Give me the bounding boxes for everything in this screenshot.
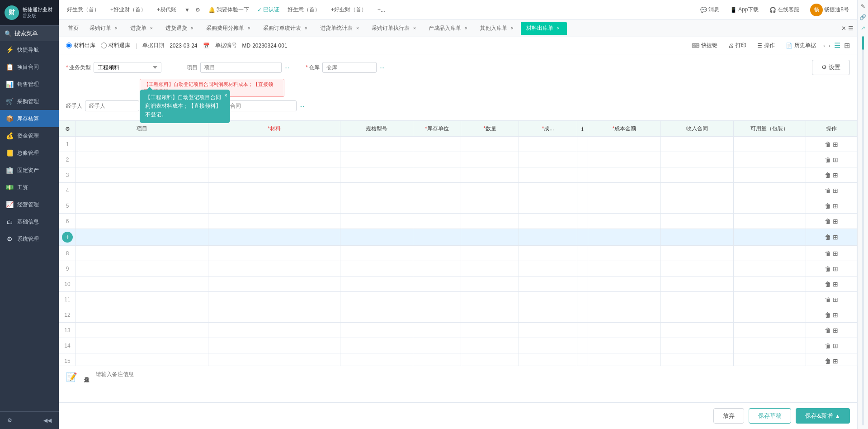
row-7-material-input[interactable] xyxy=(211,234,338,241)
row-5-qty[interactable] xyxy=(461,198,519,214)
tab-purchase-expense-close[interactable]: × xyxy=(246,25,252,32)
tab-purchase-order-close[interactable]: × xyxy=(113,25,119,32)
row-12-cost-amt[interactable] xyxy=(588,307,660,323)
row-1-unit[interactable] xyxy=(413,137,461,152)
sidebar-item-management[interactable]: 📈 经营管理 xyxy=(0,196,59,213)
topbar-settings-icon[interactable]: ⚙ xyxy=(195,7,200,13)
row-7-project-input[interactable] xyxy=(79,234,205,241)
notes-input[interactable] xyxy=(96,371,850,398)
row-3-qty[interactable] xyxy=(461,167,519,183)
tab-goods-stats-close[interactable]: × xyxy=(354,25,361,32)
radio-material-return[interactable]: 材料退库 xyxy=(101,42,130,49)
row-1-delete-btn[interactable]: 🗑 xyxy=(825,141,831,148)
radio-material-return-input[interactable] xyxy=(101,43,107,48)
topbar-nav-1[interactable]: 好生意（首） xyxy=(64,4,102,15)
row-4-project[interactable] xyxy=(76,183,208,198)
sidebar-settings-btn[interactable]: ⚙ xyxy=(4,415,16,425)
row-2-material[interactable] xyxy=(208,152,340,167)
sidebar-collapse-btn[interactable]: ◀◀ xyxy=(40,415,55,425)
row-7-cost-amt[interactable] xyxy=(588,229,660,246)
sidebar-item-inventory[interactable]: 📦 库存核算 xyxy=(0,110,59,127)
row-11-material[interactable] xyxy=(208,292,340,307)
row-1-spec[interactable] xyxy=(340,137,413,152)
row-12-cost[interactable] xyxy=(519,307,577,323)
row-13-avail[interactable] xyxy=(733,323,806,338)
agent-input[interactable] xyxy=(85,100,139,111)
tab-purchase-stats-close[interactable]: × xyxy=(303,25,309,32)
row-12-material[interactable] xyxy=(208,307,340,323)
sidebar-item-nav[interactable]: ⚡ 快捷导航 xyxy=(0,41,59,58)
row-11-contract[interactable] xyxy=(660,292,733,307)
topbar-app-download[interactable]: 📱 App下载 xyxy=(727,4,761,15)
add-row-cell[interactable]: + xyxy=(59,229,76,246)
row-6-cost-amt[interactable] xyxy=(588,214,660,229)
row-1-project[interactable] xyxy=(76,137,208,152)
row-13-cost[interactable] xyxy=(519,323,577,338)
row-1-contract[interactable] xyxy=(660,137,733,152)
row-15-unit[interactable] xyxy=(413,353,461,366)
row-3-unit[interactable] xyxy=(413,167,461,183)
sidebar-item-basic[interactable]: 🗂 基础信息 xyxy=(0,213,59,230)
row-12-unit[interactable] xyxy=(413,307,461,323)
row-3-delete-btn[interactable]: 🗑 xyxy=(825,172,831,179)
row-9-unit[interactable] xyxy=(413,261,461,276)
row-12-spec[interactable] xyxy=(340,307,413,323)
history-btn[interactable]: 📄 历史单据 xyxy=(782,40,820,51)
row-3-spec[interactable] xyxy=(340,167,413,183)
row-10-contract[interactable] xyxy=(660,276,733,292)
save-draft-btn[interactable]: 保存草稿 xyxy=(749,408,791,424)
row-1-material[interactable] xyxy=(208,137,340,152)
row-15-spec[interactable] xyxy=(340,353,413,366)
row-11-cost[interactable] xyxy=(519,292,577,307)
row-14-contract[interactable] xyxy=(660,338,733,353)
row-13-delete-btn[interactable]: 🗑 xyxy=(825,327,831,334)
tab-goods-receipt[interactable]: 进货单 × xyxy=(125,22,160,35)
sidebar-item-ledger[interactable]: 📒 总账管理 xyxy=(0,144,59,162)
tab-home[interactable]: 首页 xyxy=(62,22,84,35)
row-11-delete-btn[interactable]: 🗑 xyxy=(825,296,831,303)
sidebar-item-project[interactable]: 📋 项目合同 xyxy=(0,58,59,76)
tab-close-all-btn[interactable]: ✕ xyxy=(841,25,846,32)
row-9-copy-btn[interactable]: ⊞ xyxy=(833,265,838,272)
row-6-project[interactable] xyxy=(76,214,208,229)
tab-purchase-expense[interactable]: 采购费用分摊单 × xyxy=(201,22,258,35)
row-8-qty[interactable] xyxy=(461,246,519,261)
topbar-nav-5[interactable]: +好业财（首） xyxy=(328,4,369,15)
row-15-avail[interactable] xyxy=(733,353,806,366)
row-7-cost[interactable] xyxy=(519,229,577,246)
row-1-cost-amt[interactable] xyxy=(588,137,660,152)
row-14-delete-btn[interactable]: 🗑 xyxy=(825,342,831,349)
row-6-material[interactable] xyxy=(208,214,340,229)
discard-btn[interactable]: 放弃 xyxy=(713,408,744,424)
row-7-copy-btn[interactable]: ⊞ xyxy=(833,234,838,241)
row-13-qty[interactable] xyxy=(461,323,519,338)
income-contract-dots[interactable]: ··· xyxy=(299,102,305,110)
row-12-contract[interactable] xyxy=(660,307,733,323)
row-11-spec[interactable] xyxy=(340,292,413,307)
tab-material-out-close[interactable]: × xyxy=(555,25,561,32)
row-7-unit[interactable] xyxy=(413,229,461,246)
row-6-avail[interactable] xyxy=(733,214,806,229)
row-12-avail[interactable] xyxy=(733,307,806,323)
row-2-avail[interactable] xyxy=(733,152,806,167)
sidebar-item-system[interactable]: ⚙ 系统管理 xyxy=(0,230,59,248)
warehouse-dots[interactable]: ··· xyxy=(379,64,385,71)
row-6-cost[interactable] xyxy=(519,214,577,229)
row-9-cost[interactable] xyxy=(519,261,577,276)
sidebar-item-salary[interactable]: 💵 工资 xyxy=(0,179,59,196)
row-2-cost[interactable] xyxy=(519,152,577,167)
prev-record-btn[interactable]: ‹ xyxy=(823,43,825,49)
tab-goods-return-close[interactable]: × xyxy=(189,25,195,32)
row-8-spec[interactable] xyxy=(340,246,413,261)
row-14-project[interactable] xyxy=(76,338,208,353)
row-5-cost-amt[interactable] xyxy=(588,198,660,214)
row-13-material[interactable] xyxy=(208,323,340,338)
row-11-cost-amt[interactable] xyxy=(588,292,660,307)
row-15-project[interactable] xyxy=(76,353,208,366)
biz-type-select[interactable]: 工程领料 直接领料 xyxy=(94,62,161,73)
row-10-delete-btn[interactable]: 🗑 xyxy=(825,281,831,288)
row-14-qty[interactable] xyxy=(461,338,519,353)
row-4-unit[interactable] xyxy=(413,183,461,198)
row-3-cost-amt[interactable] xyxy=(588,167,660,183)
row-13-cost-amt[interactable] xyxy=(588,323,660,338)
